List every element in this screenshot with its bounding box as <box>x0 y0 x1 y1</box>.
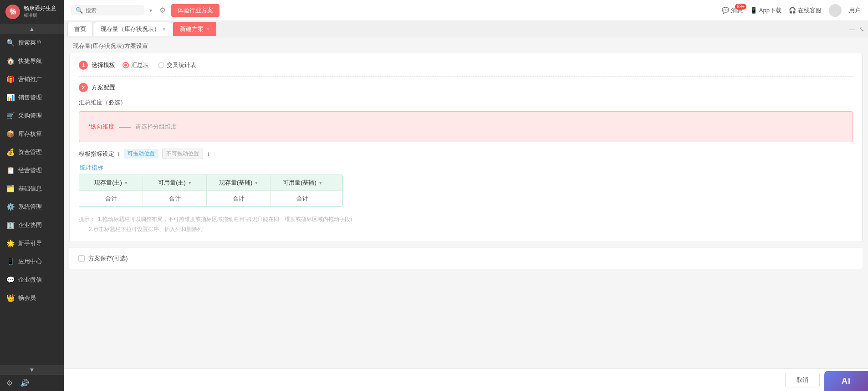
col-dropdown-2[interactable]: ▾ <box>255 180 258 186</box>
hint-text-1: 1.拖动标题栏可以调整布局，不可跨维度或指标区域拖动栏目字段(只能在同一维度或指… <box>98 215 352 225</box>
cancel-button[interactable]: 取消 <box>785 373 820 387</box>
col-header-0[interactable]: 现存量(主) ▾ <box>79 175 143 190</box>
step2-title: 方案配置 <box>92 83 115 92</box>
sound-icon[interactable]: 🔊 <box>20 379 29 387</box>
tab-new-scheme-label: 新建方案 <box>180 25 204 33</box>
sidebar-item-label: 快捷导航 <box>18 57 42 65</box>
expand-icon[interactable]: ⤡ <box>859 26 864 33</box>
chevron-down-icon[interactable]: ▾ <box>149 7 152 14</box>
ai-float-button[interactable]: Ai <box>824 371 868 391</box>
app-download-btn[interactable]: 📱 App下载 <box>750 6 781 15</box>
stat-table-header: 现存量(主) ▾ 可用量(主) ▾ 现存量(基辅) ▾ 可用量(基辅) <box>79 175 342 190</box>
app-label: App下载 <box>759 6 781 15</box>
col-header-3[interactable]: 可用量(基辅) ▾ <box>271 175 334 190</box>
hint-num-1: 提示： <box>79 215 95 225</box>
sidebar-item-corporate[interactable]: 🏢 企业协同 <box>0 216 64 234</box>
sidebar-item-label: 采购管理 <box>18 112 42 120</box>
col-cell-3: 合计 <box>271 191 334 206</box>
dimension-placeholder: 请选择分组维度 <box>135 123 177 131</box>
tab-home[interactable]: 首页 <box>67 22 93 36</box>
tab-new-scheme-close[interactable]: × <box>206 26 209 32</box>
sidebar-item-label: 企业微信 <box>18 276 42 284</box>
sidebar-item-label: 销售管理 <box>18 93 42 102</box>
user-avatar[interactable] <box>829 4 842 17</box>
settings-icon[interactable]: ⚙ <box>6 379 13 387</box>
sidebar-nav: 🔍 搜索菜单 🏠 快捷导航 🎁 营销推广 📊 销售管理 🛒 采购管理 📦 库存核… <box>0 34 64 365</box>
tab-inventory-close[interactable]: × <box>163 26 165 32</box>
dimension-label: 汇总维度（必选） <box>79 98 853 107</box>
step1-num: 1 <box>79 61 88 70</box>
sidebar-item-basic[interactable]: 🗂️ 基础信息 <box>0 180 64 198</box>
sidebar-item-sales[interactable]: 📊 销售管理 <box>0 88 64 107</box>
chat-icon: 💬 <box>6 276 15 284</box>
dimension-box[interactable]: *纵向维度 —— 请选择分组维度 <box>79 111 853 142</box>
tabs-bar: 首页 现存量（库存状况表） × 新建方案 × — ⤡ <box>64 21 868 37</box>
tab-new-scheme[interactable]: 新建方案 × <box>173 22 216 36</box>
app-edition: 标准版 <box>24 12 56 19</box>
sidebar-item-corp-wechat[interactable]: 💬 企业微信 <box>0 271 64 289</box>
username: 用户 <box>849 6 861 15</box>
col-dropdown-0[interactable]: ▾ <box>125 180 128 186</box>
cart-icon: 🛒 <box>6 112 15 120</box>
step1-title: 选择模板 <box>92 61 115 69</box>
app-name: 畅康通好生意 <box>24 5 56 12</box>
col-cell-value-1: 合计 <box>169 195 181 203</box>
sidebar-item-app-center[interactable]: 📱 应用中心 <box>0 252 64 271</box>
col-dropdown-3[interactable]: ▾ <box>319 180 322 186</box>
app-icon: 📱 <box>750 7 757 14</box>
sidebar-item-finance[interactable]: 💰 资金管理 <box>0 143 64 161</box>
sidebar-item-system[interactable]: ⚙️ 系统管理 <box>0 198 64 216</box>
building-icon: 🏢 <box>6 221 15 229</box>
search-icon: 🔍 <box>6 39 15 47</box>
save-label: 方案保存(可选) <box>88 254 128 262</box>
indicator-label: 模板指标设定（ <box>79 150 120 158</box>
home-icon: 🏠 <box>6 57 15 65</box>
sidebar-item-purchase[interactable]: 🛒 采购管理 <box>0 107 64 125</box>
sidebar-item-member[interactable]: 👑 畅会员 <box>0 289 64 307</box>
sidebar-item-label: 畅会员 <box>18 294 36 302</box>
topbar: 🔍 ▾ ⚙ 体验行业方案 💬 消息 99+ 📱 App下载 🎧 在线客服 用户 <box>64 0 868 21</box>
col-header-label-3: 可用量(基辅) <box>283 179 317 187</box>
panel-controls: — ⤡ <box>849 26 864 33</box>
folder-icon: 🗂️ <box>6 185 15 193</box>
logo-icon: 畅 <box>5 5 20 19</box>
radio-summary[interactable]: 汇总表 <box>123 61 149 69</box>
search-input[interactable] <box>86 7 131 14</box>
col-header-1[interactable]: 可用量(主) ▾ <box>143 175 207 190</box>
radio-cross[interactable]: 交叉统计表 <box>158 61 196 69</box>
sidebar-item-search[interactable]: 🔍 搜索菜单 <box>0 34 64 52</box>
minimize-icon[interactable]: — <box>849 26 855 33</box>
star-icon: 🌟 <box>6 239 15 247</box>
customer-service-btn[interactable]: 🎧 在线客服 <box>789 6 822 15</box>
stat-table: 现存量(主) ▾ 可用量(主) ▾ 现存量(基辅) ▾ 可用量(基辅) <box>79 175 343 207</box>
sidebar-item-inventory[interactable]: 📦 库存核算 <box>0 125 64 143</box>
radio-summary-label: 汇总表 <box>131 61 149 69</box>
radio-cross-circle <box>158 62 164 68</box>
sidebar-item-marketing[interactable]: 🎁 营销推广 <box>0 70 64 88</box>
message-btn[interactable]: 💬 消息 99+ <box>722 6 743 15</box>
search-box[interactable]: 🔍 <box>71 5 144 15</box>
trial-btn[interactable]: 体验行业方案 <box>171 4 220 17</box>
col-cell-value-2: 合计 <box>233 195 245 203</box>
logo-text: 畅康通好生意 标准版 <box>24 5 56 19</box>
service-icon: 🎧 <box>789 7 796 14</box>
sidebar-scroll-down[interactable]: ▼ <box>0 365 64 375</box>
dimension-required: *纵向维度 <box>88 123 114 131</box>
sidebar-item-label: 基础信息 <box>18 185 42 193</box>
col-header-2[interactable]: 现存量(基辅) ▾ <box>207 175 271 190</box>
col-header-label-1: 可用量(主) <box>158 179 186 187</box>
save-checkbox[interactable] <box>78 255 85 262</box>
service-label: 在线客服 <box>798 6 822 15</box>
col-dropdown-1[interactable]: ▾ <box>189 180 191 186</box>
sidebar-item-quick-nav[interactable]: 🏠 快捷导航 <box>0 52 64 70</box>
sidebar-item-operation[interactable]: 📋 经营管理 <box>0 161 64 180</box>
col-cell-value-0: 合计 <box>105 195 117 203</box>
crown-icon: 👑 <box>6 294 15 302</box>
tab-inventory[interactable]: 现存量（库存状况表） × <box>94 22 172 36</box>
topbar-gear-icon[interactable]: ⚙ <box>159 6 166 15</box>
col-cell-2: 合计 <box>207 191 271 206</box>
indicator-setting: 模板指标设定（ 可拖动位置 不可拖动位置 ） <box>79 149 853 159</box>
sidebar-item-newbie[interactable]: 🌟 新手引导 <box>0 234 64 252</box>
sidebar-scroll-up[interactable]: ▲ <box>0 24 64 34</box>
footer-bar: 取消 查询 <box>64 368 868 391</box>
